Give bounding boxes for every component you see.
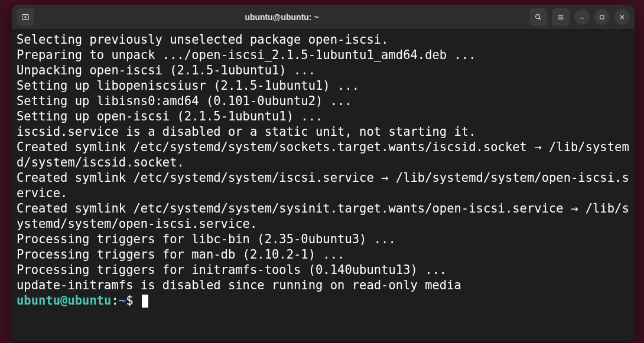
- prompt-path: ~: [119, 293, 126, 308]
- prompt-symbol: $: [126, 293, 133, 308]
- minimize-button[interactable]: [574, 9, 590, 25]
- window-title: ubuntu@ubuntu: ~: [245, 12, 318, 22]
- search-button[interactable]: [529, 8, 547, 26]
- svg-line-4: [539, 18, 541, 19]
- hamburger-icon: [557, 13, 565, 21]
- search-icon: [534, 13, 542, 21]
- maximize-button[interactable]: [594, 9, 610, 25]
- close-icon: [618, 13, 626, 21]
- titlebar: ubuntu@ubuntu: ~: [12, 5, 635, 30]
- svg-point-3: [536, 14, 540, 18]
- minimize-icon: [578, 13, 586, 21]
- terminal-window: ubuntu@ubuntu: ~: [12, 5, 635, 341]
- prompt-separator: :: [111, 293, 118, 308]
- svg-rect-9: [600, 15, 604, 18]
- menu-button[interactable]: [552, 8, 570, 26]
- close-button[interactable]: [614, 9, 630, 25]
- new-tab-icon: [21, 13, 30, 21]
- terminal-body[interactable]: Selecting previously unselected package …: [12, 30, 635, 341]
- new-tab-button[interactable]: [17, 8, 34, 26]
- terminal-output: Selecting previously unselected package …: [17, 32, 629, 292]
- prompt-user-host: ubuntu@ubuntu: [17, 293, 111, 308]
- maximize-icon: [598, 13, 606, 21]
- cursor: [142, 295, 148, 308]
